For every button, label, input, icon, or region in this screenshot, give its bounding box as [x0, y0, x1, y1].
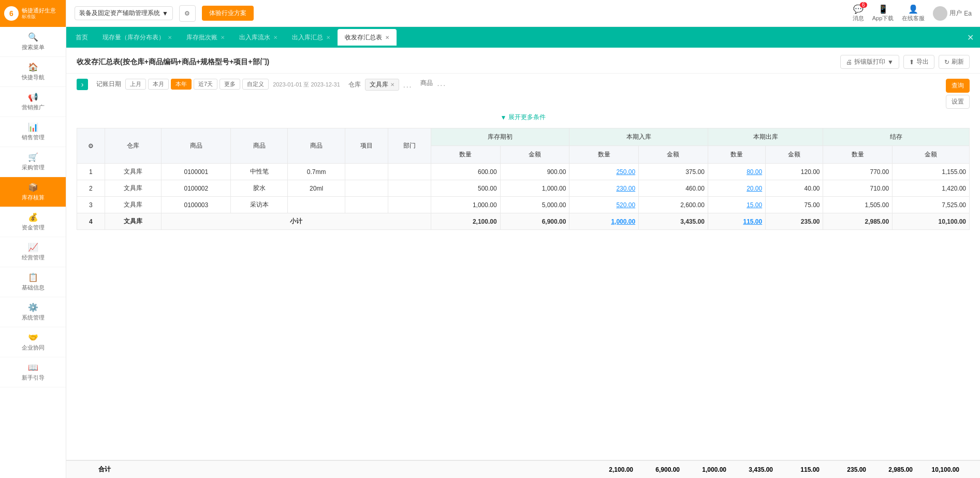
in-group-header: 本期入库 — [569, 128, 708, 146]
row-name: 胶水 — [231, 180, 288, 197]
subtotal-closing-qty: 2,985.00 — [823, 213, 893, 230]
row-closing-qty: 710.00 — [823, 180, 893, 197]
row-out-qty: 15.00 — [708, 197, 765, 213]
baseinfo-icon: 📋 — [28, 272, 38, 282]
tab-home[interactable]: 首页 — [68, 29, 95, 46]
inventory-icon: 📦 — [28, 182, 38, 192]
sidebar-logo: 6 畅捷通好生意 标准版 — [0, 0, 66, 27]
row-warehouse: 文具库 — [105, 164, 162, 180]
system-selector[interactable]: 装备及固定资产辅助管理系统 ▼ — [75, 6, 173, 20]
goods-more-button[interactable]: ... — [437, 79, 446, 88]
filter-bar: › 记账日期 上月 本月 本年 近7天 更多 自定义 2023-01-01 至 … — [66, 74, 980, 128]
date-filter-section: 记账日期 上月 本月 本年 近7天 更多 自定义 2023-01-01 至 20… — [96, 79, 340, 90]
export-button[interactable]: ⬆ 导出 — [903, 55, 934, 69]
filter-line1: › 记账日期 上月 本月 本年 近7天 更多 自定义 2023-01-01 至 … — [66, 74, 980, 111]
subtotal-opening-amt: 6,900.00 — [500, 213, 569, 230]
user-menu-button[interactable]: 用户 Ea — [933, 6, 972, 21]
code-col-header: 商品 — [162, 128, 231, 164]
row-code: 0100003 — [162, 197, 231, 213]
sidebar-nav: 🔍 搜索菜单 🏠 快捷导航 📢 营销推广 📊 销售管理 🛒 采购管理 📦 库存核… — [0, 27, 66, 478]
topbar-right: 💬 6 消息 📱 App下载 👤 在线客服 用户 Ea — [853, 4, 972, 22]
marketing-icon: 📢 — [28, 92, 38, 102]
row-code: 0100002 — [162, 180, 231, 197]
online-service-button[interactable]: 👤 在线客服 — [902, 4, 925, 22]
sidebar-item-baseinfo[interactable]: 📋 基础信息 — [0, 267, 66, 297]
filter-toggle-button[interactable]: › — [77, 79, 88, 90]
user-avatar — [933, 6, 947, 21]
print-icon: 🖨 — [846, 59, 852, 66]
row-in-amt: 375.00 — [639, 164, 708, 180]
close-tab-in-out-flow[interactable]: ✕ — [273, 35, 277, 40]
refresh-button[interactable]: ↻ 刷新 — [939, 55, 970, 69]
app-download-button[interactable]: 📱 App下载 — [872, 4, 894, 22]
close-tab-recv-send-summary[interactable]: ✕ — [385, 35, 389, 40]
sidebar-item-quicknav[interactable]: 🏠 快捷导航 — [0, 57, 66, 87]
notification-button[interactable]: 💬 6 消息 — [853, 4, 864, 22]
tab-inventory-dist[interactable]: 现存量（库存分布表） ✕ — [95, 29, 179, 46]
warehouse-col-header: 仓库 — [105, 128, 162, 164]
purchase-icon: 🛒 — [28, 152, 38, 162]
chevron-down-icon: ▼ — [162, 10, 168, 17]
sidebar-item-search[interactable]: 🔍 搜索菜单 — [0, 27, 66, 57]
logo-text: 畅捷通好生意 标准版 — [22, 7, 56, 20]
project-col-header: 项目 — [345, 128, 388, 164]
sidebar-item-inventory[interactable]: 📦 库存核算 — [0, 177, 66, 207]
sidebar-item-sales[interactable]: 📊 销售管理 — [0, 117, 66, 147]
in-qty-header: 数量 — [569, 146, 639, 164]
row-closing-qty: 1,505.00 — [823, 197, 893, 213]
date-btn-this-year[interactable]: 本年 — [171, 79, 192, 90]
close-tab-in-out-summary[interactable]: ✕ — [326, 35, 330, 40]
warehouse-more-button[interactable]: ... — [403, 81, 413, 89]
tab-recv-send-summary[interactable]: 收发存汇总表 ✕ — [338, 29, 397, 46]
subtotal-in-qty: 1,000.00 — [569, 213, 639, 230]
sidebar-item-system[interactable]: ⚙️ 系统管理 — [0, 297, 66, 327]
print-button[interactable]: 🖨 拆镶版打印 ▼ — [840, 55, 899, 69]
dept-col-header: 部门 — [388, 128, 431, 164]
guide-icon: 📖 — [28, 363, 38, 372]
date-btn-this-month[interactable]: 本月 — [148, 79, 169, 90]
row-spec: 20ml — [287, 180, 345, 197]
tab-in-out-summary[interactable]: 出入库汇总 ✕ — [285, 29, 338, 46]
settings-gear-button[interactable]: ⚙ — [179, 5, 196, 22]
close-tab-inventory-dist[interactable]: ✕ — [168, 35, 172, 40]
finance-icon: 💰 — [28, 212, 38, 222]
sidebar-item-finance[interactable]: 💰 资金管理 — [0, 207, 66, 237]
date-btn-custom[interactable]: 自定义 — [242, 79, 269, 90]
expand-filter-button[interactable]: ▼ 展开更多条件 — [501, 113, 546, 122]
row-closing-amt: 1,155.00 — [893, 164, 970, 180]
sidebar-item-enterprise[interactable]: 🤝 企业协同 — [0, 327, 66, 357]
row-in-amt: 2,600.00 — [639, 197, 708, 213]
data-table: ⚙ 仓库 商品 商品 商品 项目 部门 库存期初 本期入库 本期出库 结存 数量 — [77, 128, 970, 230]
row-no: 2 — [77, 180, 105, 197]
sidebar-item-purchase[interactable]: 🛒 采购管理 — [0, 147, 66, 177]
query-button[interactable]: 查询 — [946, 79, 970, 93]
opening-group-header: 库存期初 — [431, 128, 569, 146]
trial-button[interactable]: 体验行业方案 — [202, 6, 254, 21]
footer-nums: 2,100.00 6,900.00 1,000.00 3,435.00 115.… — [160, 466, 970, 473]
system-icon: ⚙️ — [28, 302, 38, 312]
row-project — [345, 197, 388, 213]
row-code: 0100001 — [162, 164, 231, 180]
settings-button[interactable]: 设置 — [946, 95, 970, 109]
close-all-tabs-button[interactable]: ✕ — [963, 31, 978, 45]
warehouse-tag[interactable]: 文具库 ✕ — [365, 79, 399, 91]
total-opening-qty: 2,100.00 — [587, 466, 633, 473]
sidebar-item-operations[interactable]: 📈 经营管理 — [0, 237, 66, 267]
total-out-qty: 115.00 — [773, 466, 820, 473]
total-closing-qty: 2,985.00 — [866, 466, 913, 473]
date-btn-more[interactable]: 更多 — [220, 79, 240, 90]
sidebar-item-guide[interactable]: 📖 新手引导 — [0, 357, 66, 387]
table-row: 1 文具库 0100001 中性笔 0.7mm 600.00 900.00 25… — [77, 164, 970, 180]
tabs-bar: 首页 现存量（库存分布表） ✕ 库存批次账 ✕ 出入库流水 ✕ 出入库汇总 ✕ … — [66, 27, 980, 48]
sidebar-item-marketing[interactable]: 📢 营销推广 — [0, 87, 66, 117]
settings-col-header[interactable]: ⚙ — [77, 128, 105, 164]
date-btn-last-month[interactable]: 上月 — [125, 79, 146, 90]
tab-batch-ledger[interactable]: 库存批次账 ✕ — [179, 29, 232, 46]
date-btn-7days[interactable]: 近7天 — [194, 79, 217, 90]
closing-amt-header: 金额 — [893, 146, 970, 164]
row-opening-qty: 600.00 — [431, 164, 500, 180]
total-in-qty: 1,000.00 — [680, 466, 726, 473]
tab-in-out-flow[interactable]: 出入库流水 ✕ — [232, 29, 285, 46]
close-tab-batch-ledger[interactable]: ✕ — [221, 35, 225, 40]
remove-warehouse-tag[interactable]: ✕ — [390, 82, 394, 88]
